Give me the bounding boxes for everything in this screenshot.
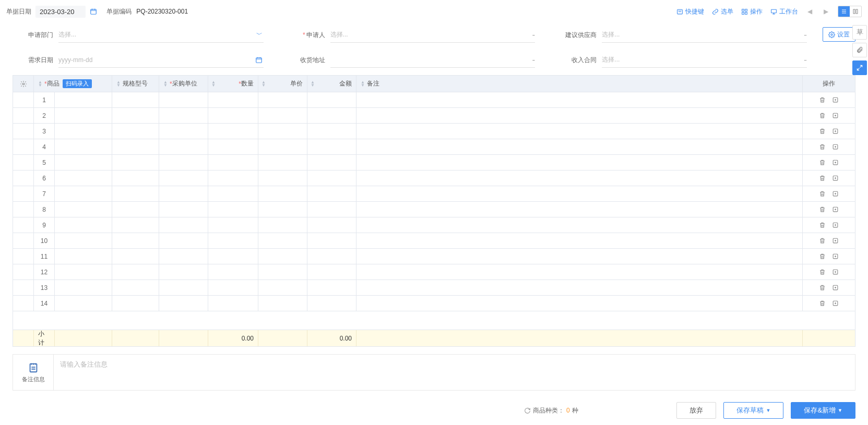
- cell-qty[interactable]: [208, 249, 258, 264]
- table-row[interactable]: 11: [13, 249, 855, 264]
- col-config-button[interactable]: [13, 76, 34, 92]
- sort-icon[interactable]: ▲▼: [361, 81, 365, 87]
- cell-qty[interactable]: [208, 296, 258, 311]
- cell-unit[interactable]: [159, 124, 208, 139]
- cell-spec[interactable]: [112, 233, 159, 248]
- row-delete-button[interactable]: [819, 284, 826, 291]
- table-row[interactable]: 14: [13, 296, 855, 311]
- cell-remark[interactable]: [356, 171, 803, 186]
- remarks-input[interactable]: [54, 355, 855, 390]
- cell-qty[interactable]: [208, 233, 258, 248]
- cell-price[interactable]: [258, 92, 307, 107]
- cell-unit[interactable]: [159, 217, 208, 233]
- cell-price[interactable]: [258, 186, 307, 201]
- cell-amount[interactable]: [307, 155, 356, 170]
- cell-remark[interactable]: [356, 186, 803, 201]
- need-date-input[interactable]: [58, 52, 264, 68]
- row-add-button[interactable]: [832, 253, 839, 260]
- cell-remark[interactable]: [356, 92, 803, 107]
- cell-product[interactable]: [55, 280, 112, 295]
- cell-amount[interactable]: [307, 108, 356, 123]
- row-delete-button[interactable]: [819, 96, 826, 103]
- supplier-select[interactable]: 选择... ···: [602, 27, 807, 43]
- cell-product[interactable]: [55, 155, 112, 170]
- table-row[interactable]: 4: [13, 139, 855, 155]
- cell-price[interactable]: [258, 124, 307, 139]
- row-delete-button[interactable]: [819, 112, 826, 119]
- cell-product[interactable]: [55, 139, 112, 154]
- cell-amount[interactable]: [307, 264, 356, 280]
- table-row[interactable]: 3: [13, 124, 855, 139]
- cell-product[interactable]: [55, 171, 112, 186]
- table-row[interactable]: 1: [13, 92, 855, 108]
- cell-amount[interactable]: [307, 280, 356, 295]
- cell-amount[interactable]: [307, 171, 356, 186]
- cell-remark[interactable]: [356, 108, 803, 123]
- cell-unit[interactable]: [159, 280, 208, 295]
- row-add-button[interactable]: [832, 222, 839, 228]
- shortcut-button[interactable]: 快捷键: [676, 7, 704, 16]
- cell-price[interactable]: [258, 155, 307, 170]
- col-product[interactable]: ▲▼*商品扫码录入: [34, 76, 112, 92]
- cell-qty[interactable]: [208, 202, 258, 217]
- applicant-select[interactable]: 选择... ···: [330, 27, 536, 43]
- sort-icon[interactable]: ▲▼: [163, 81, 168, 87]
- workbench-button[interactable]: 工作台: [770, 7, 798, 16]
- table-row[interactable]: 7: [13, 186, 855, 202]
- cell-remark[interactable]: [356, 202, 803, 217]
- table-row[interactable]: 2: [13, 108, 855, 124]
- cell-unit[interactable]: [159, 202, 208, 217]
- next-doc-button[interactable]: ▶: [822, 8, 830, 15]
- cell-unit[interactable]: [159, 249, 208, 264]
- cell-unit[interactable]: [159, 171, 208, 186]
- col-qty[interactable]: ▲▼*数量: [208, 76, 258, 92]
- cell-qty[interactable]: [208, 92, 258, 107]
- cell-product[interactable]: [55, 217, 112, 233]
- row-delete-button[interactable]: [819, 253, 826, 260]
- cell-spec[interactable]: [112, 171, 159, 186]
- sort-icon[interactable]: ▲▼: [38, 81, 42, 87]
- refresh-icon[interactable]: [524, 407, 531, 414]
- cell-spec[interactable]: [112, 108, 159, 123]
- scan-badge[interactable]: 扫码录入: [63, 79, 92, 88]
- side-draft-button[interactable]: 草: [852, 25, 867, 40]
- cell-remark[interactable]: [356, 280, 803, 295]
- sort-icon[interactable]: ▲▼: [116, 81, 121, 87]
- cell-unit[interactable]: [159, 108, 208, 123]
- sort-icon[interactable]: ▲▼: [211, 81, 216, 87]
- cell-remark[interactable]: [356, 249, 803, 264]
- cell-qty[interactable]: [208, 217, 258, 233]
- cell-remark[interactable]: [356, 155, 803, 170]
- cell-qty[interactable]: [208, 139, 258, 154]
- cell-product[interactable]: [55, 124, 112, 139]
- cell-unit[interactable]: [159, 296, 208, 311]
- row-delete-button[interactable]: [819, 269, 826, 275]
- cell-price[interactable]: [258, 233, 307, 248]
- cell-price[interactable]: [258, 139, 307, 154]
- cell-spec[interactable]: [112, 186, 159, 201]
- row-add-button[interactable]: [832, 300, 839, 307]
- cell-amount[interactable]: [307, 124, 356, 139]
- remarks-tab[interactable]: 备注信息: [13, 355, 54, 390]
- select-doc-button[interactable]: 选单: [711, 7, 733, 16]
- table-row[interactable]: 10: [13, 233, 855, 249]
- row-delete-button[interactable]: [819, 300, 826, 307]
- row-add-button[interactable]: [832, 237, 839, 244]
- discard-button[interactable]: 放弃: [676, 402, 716, 419]
- cell-price[interactable]: [258, 280, 307, 295]
- cell-spec[interactable]: [112, 296, 159, 311]
- cell-spec[interactable]: [112, 92, 159, 107]
- cell-amount[interactable]: [307, 217, 356, 233]
- row-add-button[interactable]: [832, 175, 839, 181]
- row-delete-button[interactable]: [819, 237, 826, 244]
- cell-spec[interactable]: [112, 249, 159, 264]
- cell-price[interactable]: [258, 171, 307, 186]
- row-add-button[interactable]: [832, 96, 839, 103]
- cell-product[interactable]: [55, 233, 112, 248]
- cell-amount[interactable]: [307, 186, 356, 201]
- col-price[interactable]: ▲▼单价: [258, 76, 307, 92]
- col-spec[interactable]: ▲▼规格型号: [112, 76, 159, 92]
- col-unit[interactable]: ▲▼*采购单位: [159, 76, 208, 92]
- col-amount[interactable]: ▲▼金额: [307, 76, 356, 92]
- cell-product[interactable]: [55, 296, 112, 311]
